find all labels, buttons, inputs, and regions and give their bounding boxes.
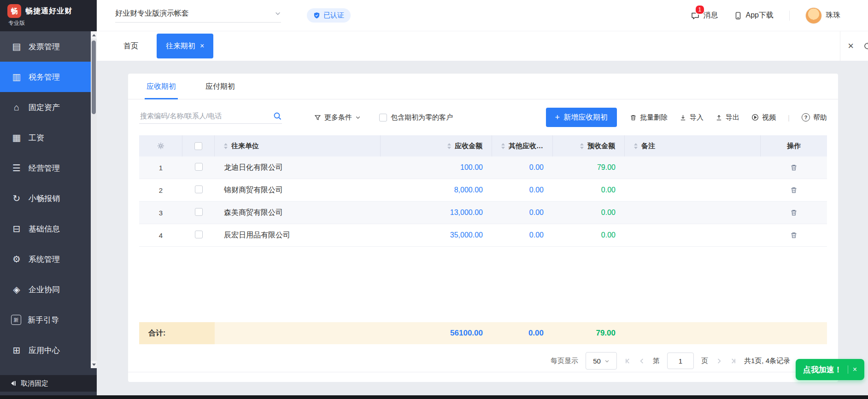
row-index: 2 (139, 186, 182, 194)
video-button[interactable]: 视频 (751, 113, 776, 122)
other-receivable-amount: 0.00 (492, 163, 553, 172)
sidebar-item-basic-info[interactable]: ⊟ 基础信息 (0, 214, 97, 244)
sidebar-item-label: 系统管理 (29, 254, 60, 265)
messages-label: 消息 (704, 11, 718, 20)
sort-icon (224, 141, 228, 151)
tabbar-right-controls: × (840, 31, 868, 61)
include-zero-checkbox-group[interactable]: 包含期初为零的客户 (379, 113, 453, 122)
help-button[interactable]: ? 帮助 (802, 113, 827, 122)
search-icon[interactable] (273, 111, 282, 121)
video-icon (751, 114, 759, 121)
sidebar-item-fixed-assets[interactable]: ⌂ 固定资产 (0, 92, 97, 122)
sidebar-item-reimburse[interactable]: ↻ 小畅报销 (0, 183, 97, 214)
column-header-partner[interactable]: 往来单位 (215, 135, 381, 156)
guide-icon: 新 (11, 315, 21, 325)
delete-row-button[interactable] (788, 185, 799, 196)
sidebar-item-invoice[interactable]: ▤ 发票管理 (0, 31, 97, 62)
table-empty-space (139, 247, 827, 322)
advance-amount: 0.00 (553, 208, 625, 217)
row-checkbox[interactable] (195, 163, 203, 171)
search-box[interactable] (139, 111, 282, 124)
column-label: 预收金额 (587, 142, 615, 150)
row-checkbox[interactable] (195, 185, 203, 193)
account-set-select[interactable]: 好业财专业版演示帐套 (115, 9, 281, 23)
refresh-icon[interactable] (863, 41, 868, 51)
first-page-button[interactable] (624, 358, 631, 364)
row-index: 4 (139, 231, 182, 239)
partner-name: 锦财商贸有限公司 (215, 185, 381, 195)
tab-opening-balance[interactable]: 往来期初 × (157, 34, 213, 58)
last-page-button[interactable] (730, 358, 737, 364)
account-set-name: 好业财专业版演示帐套 (115, 9, 189, 18)
table-row: 3 森美商贸有限公司 13,000.00 0.00 0.00 (139, 202, 827, 224)
export-button[interactable]: 导出 (716, 113, 739, 122)
promo-close-icon[interactable]: × (848, 365, 857, 374)
sidebar-item-system[interactable]: ⚙ 系统管理 (0, 244, 97, 274)
column-header-receivable[interactable]: 应收金额 (381, 135, 492, 156)
scroll-up-icon[interactable] (91, 31, 97, 39)
sidebar-scrollbar[interactable] (91, 31, 97, 368)
sidebar-item-label: 发票管理 (29, 41, 60, 52)
scroll-down-icon[interactable] (91, 361, 97, 368)
more-filters-button[interactable]: 更多条件 (314, 113, 361, 122)
user-menu[interactable]: 珠珠 (805, 7, 840, 24)
sidebar-item-operations[interactable]: ☰ 经营管理 (0, 153, 97, 183)
page-size-select[interactable]: 50 (586, 352, 617, 370)
advance-amount: 0.00 (553, 231, 625, 239)
brand-logo-icon: 畅 (7, 4, 21, 18)
tab-home[interactable]: 首页 (117, 41, 145, 51)
row-checkbox[interactable] (195, 208, 203, 216)
subtab-payable[interactable]: 应付期初 (204, 82, 237, 99)
search-input[interactable] (139, 111, 273, 120)
sidebar-item-label: 企业协同 (29, 284, 60, 295)
sidebar-item-label: 应用中心 (29, 345, 60, 356)
column-settings-button[interactable] (139, 135, 182, 156)
close-all-tabs-icon[interactable]: × (848, 41, 854, 51)
pagination-bar: 每页显示 50 第 页 共1页, 4条记录 (128, 350, 838, 372)
column-header-other-receivable[interactable]: 其他应收… (492, 135, 553, 156)
row-index: 3 (139, 209, 182, 217)
messages-button[interactable]: 1 消息 (691, 11, 718, 20)
row-checkbox[interactable] (195, 231, 203, 238)
sidebar-item-collaboration[interactable]: ◈ 企业协同 (0, 274, 97, 305)
tab-bar: 首页 往来期初 × × (97, 31, 868, 61)
prev-page-icon (639, 358, 645, 364)
sidebar-item-app-center[interactable]: ⊞ 应用中心 (0, 335, 97, 365)
total-receivable: 56100.00 (381, 329, 492, 338)
sort-icon (447, 141, 451, 151)
delete-row-button[interactable] (788, 230, 799, 241)
unpin-sidebar-button[interactable]: 取消固定 (0, 375, 97, 392)
import-button[interactable]: 导入 (680, 113, 704, 122)
plus-icon: + (555, 113, 560, 121)
column-header-advance[interactable]: 预收金额 (553, 135, 625, 156)
tab-close-icon[interactable]: × (200, 42, 204, 50)
app-download-button[interactable]: App下载 (734, 11, 774, 20)
sidebar-item-salary[interactable]: ▦ 工资 (0, 122, 97, 153)
page-number-input[interactable] (667, 353, 694, 369)
column-header-note[interactable]: 备注 (625, 135, 761, 156)
subtab-receivable[interactable]: 应收期初 (145, 82, 178, 99)
add-receivable-button[interactable]: + 新增应收期初 (546, 108, 617, 127)
total-row: 合计: 56100.00 0.00 79.00 (139, 322, 827, 344)
export-icon (716, 114, 722, 121)
row-index: 1 (139, 164, 182, 172)
more-filters-label: 更多条件 (324, 113, 352, 122)
user-avatar (805, 7, 822, 24)
next-page-button[interactable] (716, 358, 722, 364)
delete-row-button[interactable] (788, 162, 799, 173)
unpin-label: 取消固定 (21, 379, 48, 388)
select-all-checkbox[interactable] (194, 142, 202, 150)
sidebar-item-label: 固定资产 (29, 102, 60, 113)
sidebar-item-guide[interactable]: 新 新手引导 (0, 305, 97, 335)
batch-delete-button[interactable]: 批量删除 (630, 113, 668, 122)
content-card: 应收期初 应付期初 更多条件 包含期初为零的客户 + 新增应收期初 (128, 74, 838, 382)
prev-page-button[interactable] (639, 358, 645, 364)
certified-badge: 已认证 (307, 8, 351, 23)
toolbar-divider: | (788, 114, 790, 121)
scrollbar-thumb[interactable] (92, 40, 96, 114)
column-label: 往来单位 (231, 142, 259, 150)
sidebar-item-tax[interactable]: ▥ 税务管理 (0, 62, 97, 92)
include-zero-checkbox[interactable] (379, 114, 387, 121)
promo-accelerate-button[interactable]: 点我加速！ × (796, 359, 864, 380)
delete-row-button[interactable] (788, 207, 799, 218)
